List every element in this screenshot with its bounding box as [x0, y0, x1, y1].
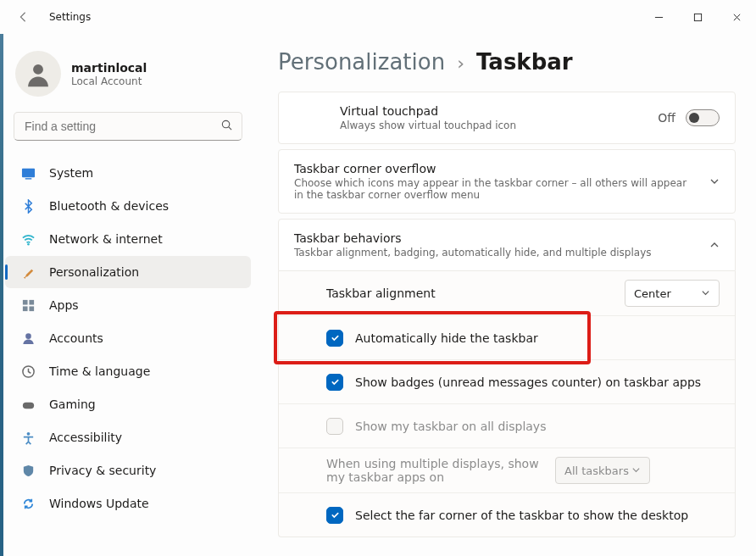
profile-subtitle: Local Account: [71, 75, 147, 87]
taskbar-alignment-select[interactable]: Center: [625, 280, 720, 307]
all-displays-checkbox: [326, 418, 343, 435]
row-multi-display-apps: When using multiple displays, show my ta…: [279, 448, 735, 492]
ico-wifi-icon: [20, 231, 36, 247]
window-maximize-button[interactable]: [678, 0, 717, 34]
sidebar-item-accounts[interactable]: Accounts: [5, 322, 251, 354]
sidebar-item-label: Network & internet: [49, 232, 163, 246]
breadcrumb-current: Taskbar: [476, 49, 573, 75]
avatar: [15, 51, 61, 97]
setting-label: Show my taskbar on all displays: [355, 420, 720, 433]
main-content: Personalization › Taskbar Virtual touchp…: [256, 34, 756, 556]
select-value: Center: [634, 287, 671, 300]
sidebar-item-gaming[interactable]: Gaming: [5, 388, 251, 420]
ico-acc-icon: [20, 430, 36, 445]
sidebar-item-label: Privacy & security: [49, 464, 156, 477]
auto-hide-checkbox[interactable]: [326, 330, 343, 347]
sidebar-item-label: Time & language: [49, 364, 150, 378]
toggle-state-text: Off: [658, 111, 675, 125]
ico-acct-icon: [20, 331, 36, 346]
sidebar-item-apps[interactable]: Apps: [5, 289, 251, 321]
profile-block[interactable]: martinlocal Local Account: [0, 41, 256, 112]
card-title: Taskbar corner overflow: [294, 162, 694, 175]
row-far-corner: Select the far corner of the taskbar to …: [279, 492, 735, 537]
profile-name: martinlocal: [71, 61, 147, 75]
ico-update-icon: [20, 496, 36, 511]
other-window-sliver: [0, 34, 3, 556]
breadcrumb: Personalization › Taskbar: [278, 49, 736, 75]
card-title: Virtual touchpad: [340, 104, 642, 118]
virtual-touchpad-toggle[interactable]: [686, 109, 720, 126]
row-auto-hide: Automatically hide the taskbar: [279, 315, 735, 359]
search-input[interactable]: [23, 119, 220, 134]
setting-label: Automatically hide the taskbar: [355, 331, 720, 345]
sidebar-item-windows-update[interactable]: Windows Update: [5, 487, 251, 520]
sidebar-item-label: Accessibility: [49, 431, 122, 444]
ico-game-icon: [20, 397, 36, 412]
breadcrumb-parent[interactable]: Personalization: [278, 49, 445, 75]
card-title: Taskbar behaviors: [294, 231, 694, 245]
card-virtual-touchpad[interactable]: Virtual touchpad Always show virtual tou…: [278, 92, 736, 144]
sidebar-item-personalization[interactable]: Personalization: [5, 256, 251, 288]
sidebar-item-network-internet[interactable]: Network & internet: [5, 223, 251, 255]
chevron-down-icon: [631, 464, 641, 477]
back-button[interactable]: [17, 11, 34, 23]
card-subtitle: Choose which icons may appear in the tas…: [294, 177, 694, 201]
window-close-button[interactable]: [717, 0, 756, 34]
show-badges-checkbox[interactable]: [326, 374, 343, 391]
window-title: Settings: [49, 11, 639, 23]
sidebar-item-accessibility[interactable]: Accessibility: [5, 421, 251, 453]
row-show-on-all-displays: Show my taskbar on all displays: [279, 403, 735, 448]
card-taskbar-corner-overflow[interactable]: Taskbar corner overflow Choose which ico…: [278, 149, 736, 214]
ico-apps-icon: [20, 297, 36, 313]
sidebar-item-label: Bluetooth & devices: [49, 199, 169, 213]
sidebar-item-time-language[interactable]: Time & language: [5, 355, 251, 387]
ico-bt-icon: [20, 198, 36, 214]
breadcrumb-separator-icon: ›: [457, 53, 464, 74]
setting-label: Show badges (unread messages counter) on…: [355, 375, 720, 389]
search-icon: [220, 119, 233, 135]
select-value: All taskbars: [564, 464, 629, 477]
chevron-down-icon: [701, 287, 710, 300]
sidebar-item-label: Windows Update: [49, 497, 149, 510]
ico-brush-icon: [20, 264, 36, 280]
nav: SystemBluetooth & devicesNetwork & inter…: [0, 153, 256, 520]
ico-shield-icon: [20, 463, 36, 478]
setting-label: When using multiple displays, show my ta…: [326, 457, 555, 484]
far-corner-checkbox[interactable]: [326, 507, 343, 524]
row-show-badges: Show badges (unread messages counter) on…: [279, 359, 735, 403]
sidebar-item-label: Personalization: [49, 265, 139, 279]
sidebar-item-label: System: [49, 166, 93, 180]
sidebar-item-label: Accounts: [49, 331, 103, 345]
chevron-up-icon: [709, 237, 720, 253]
setting-label: Taskbar alignment: [326, 286, 625, 300]
sidebar-item-bluetooth-devices[interactable]: Bluetooth & devices: [5, 190, 251, 222]
window-minimize-button[interactable]: [639, 0, 678, 34]
sidebar-item-privacy-security[interactable]: Privacy & security: [5, 454, 251, 486]
sidebar-item-label: Apps: [49, 298, 79, 312]
sidebar-item-system[interactable]: System: [5, 157, 251, 189]
setting-label: Select the far corner of the taskbar to …: [355, 509, 720, 522]
touchpad-icon: [294, 110, 325, 125]
row-taskbar-alignment: Taskbar alignment Center: [279, 271, 735, 315]
sidebar-item-label: Gaming: [49, 398, 96, 411]
card-subtitle: Taskbar alignment, badging, automaticall…: [294, 247, 694, 259]
search-box[interactable]: [14, 112, 242, 141]
chevron-down-icon: [709, 174, 720, 190]
card-taskbar-behaviors[interactable]: Taskbar behaviors Taskbar alignment, bad…: [278, 219, 736, 271]
behaviors-rows: Taskbar alignment Center Automatically h…: [278, 271, 736, 537]
titlebar: Settings: [0, 0, 756, 34]
ico-system-icon: [20, 165, 36, 181]
sidebar: martinlocal Local Account SystemBluetoot…: [0, 34, 256, 556]
multi-display-select: All taskbars: [555, 457, 650, 484]
card-subtitle: Always show virtual touchpad icon: [340, 120, 642, 131]
ico-time-icon: [20, 364, 36, 379]
